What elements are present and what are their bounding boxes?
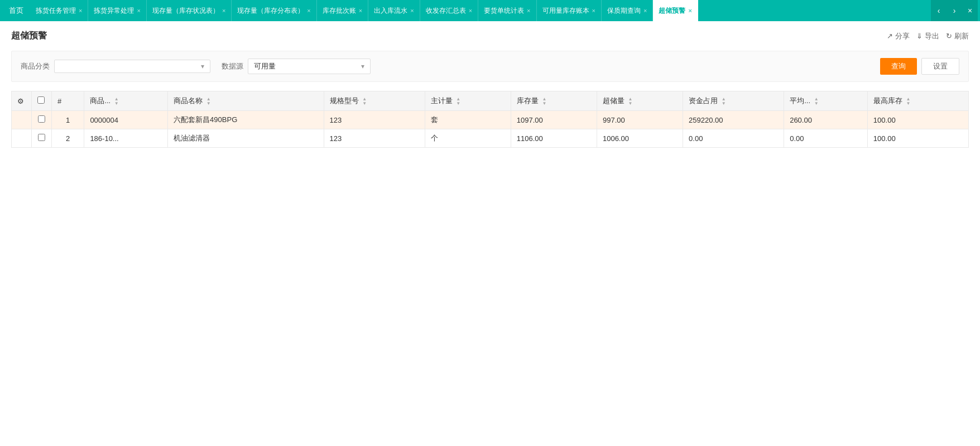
sort-icon-capital: ▲▼ (722, 97, 726, 106)
share-button[interactable]: ↗ 分享 (887, 31, 910, 41)
sort-icon-unit: ▲▼ (456, 97, 460, 106)
nav-tab-10-close[interactable]: × (643, 7, 647, 14)
nav-tab-5-label: 库存批次账 (323, 6, 356, 16)
th-over-label: 超储量 (603, 96, 624, 105)
nav-tab-3[interactable]: 现存量（库存状况表） × (147, 0, 232, 21)
th-name[interactable]: 商品名称 ▲▼ (168, 91, 324, 111)
nav-arrows: ‹ › × (931, 0, 978, 21)
cell-num-1: 2 (52, 129, 84, 148)
datasource-select[interactable]: 可用量 ▾ (248, 59, 371, 74)
nav-tab-1[interactable]: 拣货任务管理 × (30, 0, 88, 21)
nav-tab-2-label: 拣货异常处理 (94, 6, 134, 16)
nav-tab-10-label: 保质期查询 (607, 6, 641, 16)
refresh-button[interactable]: ↻ 刷新 (946, 31, 969, 41)
data-table: ⚙ # 商品... ▲▼ 商品名称 ▲▼ 规格型号 ▲▼ 主 (11, 91, 969, 148)
export-label: 导出 (925, 31, 939, 41)
nav-home[interactable]: 首页 (2, 0, 30, 21)
cell-max-1: 100.00 (867, 129, 968, 148)
cell-spec-1: 123 (324, 129, 425, 148)
nav-tab-2[interactable]: 拣货异常处理 × (88, 0, 146, 21)
nav-prev-button[interactable]: ‹ (931, 0, 947, 21)
nav-tab-7[interactable]: 收发存汇总表 × (420, 0, 478, 21)
setting-button[interactable]: 设置 (921, 58, 959, 75)
nav-tab-9-close[interactable]: × (592, 7, 595, 14)
filter-area: 商品分类 ▾ 数据源 可用量 ▾ 查询 设置 (11, 51, 969, 82)
cell-checkbox-0 (32, 111, 52, 129)
nav-tab-3-label: 现存量（库存状况表） (152, 6, 219, 16)
th-name-label: 商品名称 (174, 96, 203, 105)
share-icon: ↗ (887, 32, 893, 40)
th-max-label: 最高库存 (873, 96, 902, 105)
nav-tab-11[interactable]: 超储预警 × (653, 0, 698, 21)
query-button[interactable]: 查询 (880, 58, 917, 75)
sort-icon-over: ▲▼ (628, 97, 633, 106)
th-stock[interactable]: 库存量 ▲▼ (511, 91, 597, 111)
select-all-checkbox[interactable] (37, 96, 45, 104)
nav-tab-5-close[interactable]: × (359, 7, 362, 14)
th-over[interactable]: 超储量 ▲▼ (597, 91, 683, 111)
th-unit-label: 主计量 (431, 96, 453, 105)
cell-unit-1: 个 (425, 129, 511, 148)
nav-tab-7-close[interactable]: × (469, 7, 472, 14)
cell-num-0: 1 (52, 111, 84, 129)
th-avg-label: 平均... (790, 96, 810, 105)
nav-tab-6-close[interactable]: × (410, 7, 414, 14)
nav-close-button[interactable]: × (962, 0, 978, 21)
cell-stock-1: 1106.00 (511, 129, 597, 148)
cell-settings-1 (12, 129, 32, 148)
th-spec[interactable]: 规格型号 ▲▼ (324, 91, 425, 111)
nav-tab-8[interactable]: 要货单统计表 × (478, 0, 536, 21)
th-capital[interactable]: 资金占用 ▲▼ (683, 91, 784, 111)
nav-tab-1-label: 拣货任务管理 (36, 6, 76, 16)
sort-icon-spec: ▲▼ (362, 97, 367, 106)
th-unit[interactable]: 主计量 ▲▼ (425, 91, 511, 111)
nav-tab-2-close[interactable]: × (137, 7, 140, 14)
refresh-icon: ↻ (946, 32, 952, 40)
category-label: 商品分类 (21, 61, 50, 71)
cell-avg-0: 260.00 (784, 111, 868, 129)
page-header: 超储预警 ↗ 分享 ⇓ 导出 ↻ 刷新 (11, 30, 969, 42)
nav-tab-9-label: 可用量库存账本 (542, 6, 589, 16)
nav-tab-7-label: 收发存汇总表 (426, 6, 466, 16)
cell-sku-1: 186-10... (84, 129, 168, 148)
th-sku[interactable]: 商品... ▲▼ (84, 91, 168, 111)
th-capital-label: 资金占用 (689, 96, 718, 105)
nav-tab-3-close[interactable]: × (222, 7, 225, 14)
share-label: 分享 (895, 31, 910, 41)
sort-icon-avg: ▲▼ (814, 97, 819, 106)
nav-tab-4-close[interactable]: × (307, 7, 310, 14)
datasource-label: 数据源 (222, 61, 243, 71)
category-select[interactable]: ▾ (54, 60, 210, 73)
nav-tab-11-label: 超储预警 (659, 6, 685, 16)
nav-tab-10[interactable]: 保质期查询 × (602, 0, 653, 21)
sort-icon-stock: ▲▼ (542, 97, 546, 106)
sort-icon-sku: ▲▼ (114, 97, 119, 106)
refresh-label: 刷新 (954, 31, 969, 41)
nav-tab-8-close[interactable]: × (527, 7, 530, 14)
row-checkbox-0[interactable] (38, 115, 45, 123)
top-navigation: 首页 拣货任务管理 × 拣货异常处理 × 现存量（库存状况表） × 现存量（库存… (0, 0, 980, 21)
table-row: 1 0000004 六配套新昌490BPG 123 套 1097.00 997.… (12, 111, 969, 129)
th-avg[interactable]: 平均... ▲▼ (784, 91, 868, 111)
row-checkbox-1[interactable] (38, 134, 45, 141)
nav-tab-5[interactable]: 库存批次账 × (317, 0, 368, 21)
cell-spec-0: 123 (324, 111, 425, 129)
nav-tab-4[interactable]: 现存量（库存分布表） × (232, 0, 316, 21)
cell-name-1: 机油滤清器 (168, 129, 324, 148)
th-settings[interactable]: ⚙ (12, 91, 32, 111)
datasource-value: 可用量 (254, 61, 276, 71)
nav-tab-9[interactable]: 可用量库存账本 × (537, 0, 602, 21)
category-filter: 商品分类 ▾ (21, 60, 210, 73)
th-checkbox (32, 91, 52, 111)
export-button[interactable]: ⇓ 导出 (916, 31, 939, 41)
cell-over-1: 1006.00 (597, 129, 683, 148)
export-icon: ⇓ (916, 32, 923, 40)
nav-next-button[interactable]: › (947, 0, 962, 21)
nav-tab-6-label: 出入库流水 (374, 6, 407, 16)
cell-capital-0: 259220.00 (683, 111, 784, 129)
nav-tab-11-close[interactable]: × (688, 7, 691, 14)
nav-tab-6[interactable]: 出入库流水 × (368, 0, 420, 21)
nav-tab-1-close[interactable]: × (79, 7, 82, 14)
table-header: ⚙ # 商品... ▲▼ 商品名称 ▲▼ 规格型号 ▲▼ 主 (12, 91, 969, 111)
th-max[interactable]: 最高库存 ▲▼ (867, 91, 968, 111)
